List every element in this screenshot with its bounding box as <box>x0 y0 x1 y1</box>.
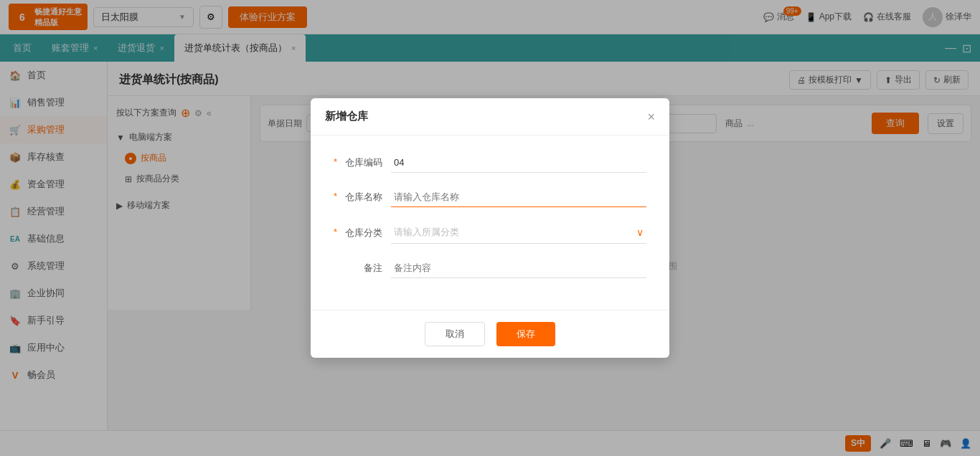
warehouse-name-label: 仓库名称 <box>334 191 391 204</box>
warehouse-note-label: 备注 <box>334 262 391 275</box>
warehouse-category-row: 仓库分类 请输入所属分类 ∨ <box>334 222 646 244</box>
warehouse-code-row: 仓库编码 <box>334 153 646 173</box>
cancel-button[interactable]: 取消 <box>425 322 485 346</box>
modal-close-button[interactable]: × <box>647 110 655 123</box>
modal-body: 仓库编码 仓库名称 仓库分类 请输入所属分类 ∨ 备注 <box>311 136 669 310</box>
modal-header: 新增仓库 × <box>311 98 669 136</box>
warehouse-category-label: 仓库分类 <box>334 227 391 239</box>
add-warehouse-modal: 新增仓库 × 仓库编码 仓库名称 仓库分类 请输入所属分类 ∨ <box>311 98 669 358</box>
warehouse-code-input[interactable] <box>391 153 646 173</box>
warehouse-category-select[interactable]: 请输入所属分类 ∨ <box>391 222 646 244</box>
modal-title: 新增仓库 <box>325 110 368 123</box>
chevron-down-icon: ∨ <box>636 227 644 238</box>
warehouse-note-row: 备注 <box>334 258 646 278</box>
warehouse-name-input[interactable] <box>391 187 646 207</box>
warehouse-code-label: 仓库编码 <box>334 156 391 169</box>
modal-overlay: 新增仓库 × 仓库编码 仓库名称 仓库分类 请输入所属分类 ∨ <box>0 0 980 456</box>
warehouse-name-row: 仓库名称 <box>334 187 646 207</box>
modal-footer: 取消 保存 <box>311 310 669 358</box>
save-button[interactable]: 保存 <box>496 322 555 346</box>
warehouse-note-input[interactable] <box>391 258 646 278</box>
